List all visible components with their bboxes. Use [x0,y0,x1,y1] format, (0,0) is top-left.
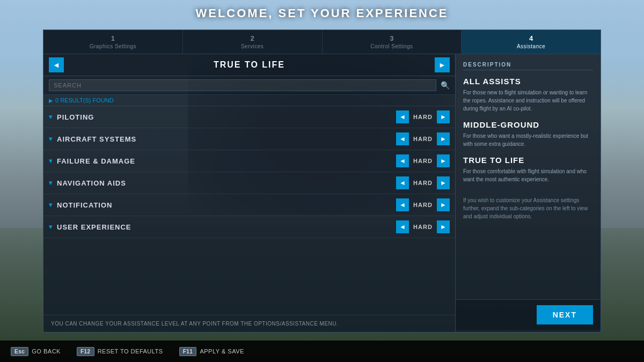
aircraft-next-button[interactable]: ► [437,132,450,145]
desc-all-assists-body: For those new to flight simulation or wa… [463,88,593,113]
left-panel: ◄ TRUE TO LIFE ► 🔍 ▶ 0 RESULT(S) FOUND ▾… [43,54,456,332]
desc-middle-ground-body: For those who want a mostly-realistic ex… [463,132,593,148]
desc-middle-ground-title: MIDDLE-GROUND [463,120,593,129]
user-exp-value: HARD [412,224,434,230]
step-4-label: Assistance [517,43,545,49]
results-count: 0 RESULT(S) FOUND [55,97,114,104]
step-1-num: 1 [111,34,115,42]
category-row-failure-damage[interactable]: ▾ FAILURE & DAMAGE ◄ HARD ► [43,150,455,172]
piloting-prev-button[interactable]: ◄ [396,110,409,123]
category-label-notification: NOTIFICATION [57,201,396,209]
apply-label: APPLY & SAVE [200,348,244,354]
user-exp-prev-button[interactable]: ◄ [396,220,409,233]
piloting-controls: ◄ HARD ► [396,110,450,123]
reset-label: RESET TO DEFAULTS [98,348,163,354]
main-dialog: 1 Graphics Settings 2 Services 3 Control… [43,29,601,333]
navigation-next-button[interactable]: ► [437,176,450,189]
desc-middle-ground: MIDDLE-GROUND For those who want a mostl… [463,120,593,148]
preset-bar: ◄ TRUE TO LIFE ► [43,54,455,76]
navigation-prev-button[interactable]: ◄ [396,176,409,189]
aircraft-controls: ◄ HARD ► [396,132,450,145]
aircraft-prev-button[interactable]: ◄ [396,132,409,145]
chevron-icon-aircraft: ▾ [49,135,53,143]
search-input[interactable] [49,79,436,91]
results-arrow: ▶ [49,98,53,104]
failure-prev-button[interactable]: ◄ [396,154,409,167]
search-icon: 🔍 [441,81,450,90]
category-label-user-exp: USER EXPERIENCE [57,223,396,231]
description-title: DESCRIPTION [463,62,593,70]
category-label-aircraft: AIRCRAFT SYSTEMS [57,135,396,143]
desc-all-assists: ALL ASSISTS For those new to flight simu… [463,77,593,113]
notification-prev-button[interactable]: ◄ [396,198,409,211]
step-2-label: Services [241,43,264,49]
steps-bar: 1 Graphics Settings 2 Services 3 Control… [43,30,601,54]
step-3[interactable]: 3 Control Settings [323,30,462,54]
reset-defaults-control: F12 RESET TO DEFAULTS [77,347,163,356]
navigation-controls: ◄ HARD ► [396,176,450,189]
right-panel: DESCRIPTION ALL ASSISTS For those new to… [456,54,601,332]
piloting-value: HARD [412,114,434,120]
preset-prev-button[interactable]: ◄ [49,57,64,72]
desc-true-to-life-title: TRUE TO LIFE [463,156,593,165]
category-row-user-experience[interactable]: ▾ USER EXPERIENCE ◄ HARD ► [43,216,455,238]
navigation-value: HARD [412,180,434,186]
step-4[interactable]: 4 Assistance [462,30,601,54]
step-3-label: Control Settings [370,43,413,49]
desc-true-to-life: TRUE TO LIFE For those comfortable with … [463,156,593,183]
chevron-icon-navigation: ▾ [49,179,53,187]
user-exp-controls: ◄ HARD ► [396,220,450,233]
preset-next-button[interactable]: ► [435,57,450,72]
category-row-navigation[interactable]: ▾ NAVIGATION AIDS ◄ HARD ► [43,172,455,194]
desc-all-assists-title: ALL ASSISTS [463,77,593,86]
apply-save-control: F11 APPLY & SAVE [179,347,244,356]
dialog-bottom: NEXT [456,299,601,330]
category-label-piloting: PILOTING [57,113,396,121]
step-2-num: 2 [251,34,254,42]
category-label-navigation: NAVIGATION AIDS [57,179,396,187]
step-2[interactable]: 2 Services [183,30,323,54]
notification-value: HARD [412,202,434,208]
next-button[interactable]: NEXT [537,305,593,324]
step-4-num: 4 [529,34,533,42]
go-back-control: Esc GO BACK [11,347,61,356]
category-row-piloting[interactable]: ▾ PILOTING ◄ HARD ► [43,106,455,128]
chevron-icon-notification: ▾ [49,201,53,209]
search-results: ▶ 0 RESULT(S) FOUND [43,95,455,106]
category-row-notification[interactable]: ▾ NOTIFICATION ◄ HARD ► [43,194,455,216]
aircraft-value: HARD [412,136,434,142]
f11-key: F11 [179,347,197,356]
chevron-icon-piloting: ▾ [49,113,53,121]
content-area: ◄ TRUE TO LIFE ► 🔍 ▶ 0 RESULT(S) FOUND ▾… [43,54,601,332]
categories-list: ▾ PILOTING ◄ HARD ► ▾ AIRCRAFT SYSTEMS ◄… [43,106,455,315]
esc-key: Esc [11,347,28,356]
step-3-num: 3 [390,34,393,42]
go-back-label: GO BACK [32,348,61,354]
category-label-failure: FAILURE & DAMAGE [57,157,396,165]
user-exp-next-button[interactable]: ► [437,220,450,233]
preset-name: TRUE TO LIFE [214,60,285,70]
chevron-icon-user-exp: ▾ [49,223,53,231]
category-row-aircraft-systems[interactable]: ▾ AIRCRAFT SYSTEMS ◄ HARD ► [43,128,455,150]
notification-controls: ◄ HARD ► [396,198,450,211]
failure-next-button[interactable]: ► [437,154,450,167]
chevron-icon-failure: ▾ [49,157,53,165]
bottom-bar: Esc GO BACK F12 RESET TO DEFAULTS F11 AP… [0,341,644,362]
page-title: WELCOME, SET YOUR EXPERIENCE [0,6,644,20]
search-bar: 🔍 [43,76,455,95]
piloting-next-button[interactable]: ► [437,110,450,123]
step-1[interactable]: 1 Graphics Settings [43,30,183,54]
notification-next-button[interactable]: ► [437,198,450,211]
desc-true-to-life-body: For those comfortable with flight simula… [463,167,593,183]
failure-controls: ◄ HARD ► [396,154,450,167]
failure-value: HARD [412,158,434,164]
step-1-label: Graphics Settings [90,43,136,49]
footer-hint: YOU CAN CHANGE YOUR ASSISTANCE LEVEL AT … [43,315,455,332]
description-extra: If you wish to customize your Assistance… [463,196,593,220]
f12-key: F12 [77,347,94,356]
